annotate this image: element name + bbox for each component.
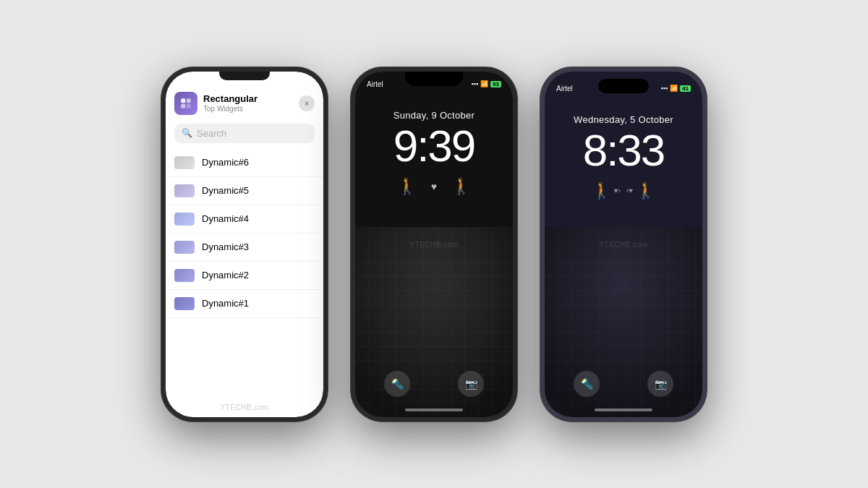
search-placeholder: Search — [197, 128, 226, 139]
widget-item-name: Dynamic#5 — [202, 185, 249, 196]
widget-thumbnail — [174, 213, 195, 226]
wifi-icon-p3: 📶 — [670, 85, 678, 92]
svg-rect-0 — [181, 98, 185, 103]
widget-thumbnail — [174, 156, 195, 169]
lock-bottom-phone3: 🔦 📷 — [545, 371, 702, 408]
stickfigure-left-icon: 🚶 — [397, 177, 417, 196]
phone3-lock-screen: Airtel ▪▪▪ 📶 41 Wednesday, 5 October 8:3… — [545, 72, 702, 417]
list-item[interactable]: Dynamic#5 — [166, 177, 323, 205]
status-icons-phone2: ▪▪▪ 📶 93 — [472, 80, 501, 87]
widget-title-block: Rectangular Top Widgets — [203, 93, 299, 113]
svg-rect-1 — [187, 98, 191, 103]
widget-thumbnail — [174, 184, 195, 197]
lock-content-phone3: Wednesday, 5 October 8:33 🚶 ♥› ‹♥ 🚶 — [545, 93, 702, 371]
app-subtitle: Top Widgets — [203, 105, 299, 113]
signal-icon: ▪▪▪ — [472, 80, 479, 87]
camera-icon-p3: 📷 — [655, 378, 667, 390]
phone1-screen: Rectangular Top Widgets × 🔍 Search Dynam… — [166, 72, 323, 417]
list-item[interactable]: Dynamic#6 — [166, 149, 323, 177]
lock-time-phone2: 9:39 — [393, 124, 475, 168]
flashlight-button-p3[interactable]: 🔦 — [574, 371, 600, 397]
camera-button[interactable]: 📷 — [458, 371, 484, 397]
widget-item-name: Dynamic#1 — [202, 298, 249, 309]
camera-button-p3[interactable]: 📷 — [647, 371, 673, 397]
status-icons-phone3: ▪▪▪ 📶 41 — [661, 85, 691, 92]
widget-group-right: ‹♥ 🚶 — [626, 181, 655, 200]
stickfigure-right-icon: 🚶 — [451, 177, 471, 196]
battery-badge-phone2: 93 — [490, 81, 501, 87]
lock-time-phone3: 8:33 — [583, 128, 665, 173]
widget-thumbnail — [174, 297, 195, 310]
phone-1: Rectangular Top Widgets × 🔍 Search Dynam… — [161, 67, 328, 421]
widget-item-name: Dynamic#6 — [202, 157, 249, 168]
widgets-row-phone3: 🚶 ♥› ‹♥ 🚶 — [592, 181, 656, 200]
phone2-lock-screen: Airtel ▪▪▪ 📶 93 Sunday, 9 October 9:39 🚶… — [355, 72, 513, 417]
widget-group-left: 🚶 ♥› — [592, 181, 621, 200]
stickfigure-right-icon-p3: 🚶 — [636, 181, 655, 200]
signal-icon-p3: ▪▪▪ — [661, 85, 668, 92]
svg-rect-2 — [181, 103, 185, 108]
home-indicator-phone3 — [595, 408, 652, 411]
flashlight-button[interactable]: 🔦 — [384, 371, 410, 397]
arrow-heart-left: ♥› — [614, 187, 621, 194]
notch-phone2 — [405, 72, 463, 86]
phone-3: Airtel ▪▪▪ 📶 41 Wednesday, 5 October 8:3… — [540, 67, 707, 421]
arrow-heart-right: ‹♥ — [626, 187, 633, 194]
search-icon: 🔍 — [182, 128, 192, 138]
widget-item-name: Dynamic#4 — [202, 213, 249, 224]
watermark-phone2: YTECHB.com — [409, 240, 458, 248]
dynamic-island-phone3 — [598, 79, 649, 93]
watermark-phone3: YTECHB.com — [599, 240, 647, 248]
app-icon — [174, 92, 197, 115]
close-button[interactable]: × — [299, 95, 315, 111]
watermark-phone1: YTECHB.com — [166, 398, 323, 417]
wifi-icon: 📶 — [480, 80, 488, 87]
home-indicator-phone2 — [405, 408, 463, 411]
phone-2: Airtel ▪▪▪ 📶 93 Sunday, 9 October 9:39 🚶… — [351, 67, 517, 421]
flashlight-icon-p3: 🔦 — [581, 378, 593, 390]
flashlight-icon: 🔦 — [391, 378, 404, 390]
list-item[interactable]: Dynamic#2 — [166, 262, 323, 290]
carrier-phone3: Airtel — [556, 85, 573, 93]
stickfigure-left-icon-p3: 🚶 — [592, 181, 611, 200]
carrier-phone2: Airtel — [367, 80, 383, 88]
notch-phone1 — [219, 72, 270, 80]
battery-badge-phone3: 41 — [680, 85, 691, 92]
lock-date-phone3: Wednesday, 5 October — [574, 114, 673, 125]
svg-rect-3 — [187, 103, 191, 108]
camera-icon: 📷 — [465, 378, 477, 390]
list-item[interactable]: Dynamic#4 — [166, 205, 323, 234]
app-name: Rectangular — [203, 93, 299, 105]
search-bar[interactable]: 🔍 Search — [174, 124, 315, 143]
widget-thumbnail — [174, 241, 195, 254]
widget-list: Dynamic#6 Dynamic#5 Dynamic#4 Dynamic#3 … — [166, 149, 323, 398]
list-item[interactable]: Dynamic#1 — [166, 290, 323, 318]
widgets-row-phone2: 🚶 ♥ 🚶 — [397, 177, 471, 196]
list-item[interactable]: Dynamic#3 — [166, 234, 323, 262]
heart-icon: ♥ — [431, 181, 437, 192]
widget-item-name: Dynamic#3 — [202, 241, 249, 252]
lock-bottom-phone2: 🔦 📷 — [355, 371, 513, 408]
widget-item-name: Dynamic#2 — [202, 270, 249, 281]
lock-date-phone2: Sunday, 9 October — [393, 110, 475, 121]
lock-content-phone2: Sunday, 9 October 9:39 🚶 ♥ 🚶 — [355, 88, 513, 371]
widget-thumbnail — [174, 269, 195, 282]
